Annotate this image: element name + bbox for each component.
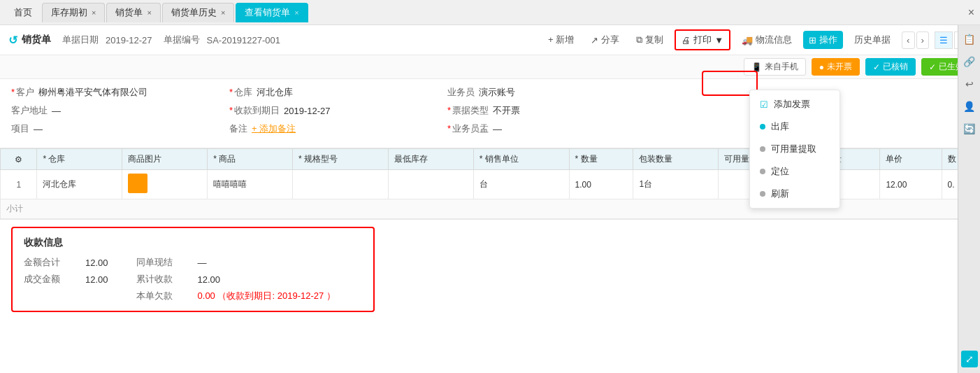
locate-label: 定位 — [771, 165, 789, 178]
available-qty-label: 可用量提取 — [771, 143, 816, 155]
staff-field: 业务员 演示账号 — [447, 86, 643, 99]
tab-sales-close[interactable]: × — [147, 8, 151, 17]
doc-header: ↺ 销货单 单据日期 2019-12-27 单据编号 SA-20191227-0… — [0, 25, 980, 55]
current-debt-row: 本单欠款 0.00 （收款到期日: 2019-12-27 ） — [136, 290, 336, 302]
th-warehouse: * 仓库 — [37, 149, 122, 170]
tab-bar: 首页 库存期初 × 销货单 × 销货单历史 × 查看销货单 × × — [0, 0, 980, 25]
current-debt-value: 0.00 （收款到期日: 2019-12-27 ） — [198, 290, 336, 302]
payment-col-left: 金额合计 12.00 成交金额 12.00 — [24, 256, 108, 302]
locate-item[interactable]: 定位 — [750, 160, 840, 183]
tab-bar-close-button[interactable]: × — [968, 6, 974, 19]
due-date-value: 2019-12-27 — [284, 106, 331, 116]
address-field: 客户地址 — — [11, 104, 207, 117]
add-invoice-icon: ☑ — [760, 99, 768, 110]
warehouse-value: 河北仓库 — [257, 86, 293, 99]
outbound-item[interactable]: 出库 — [750, 115, 840, 138]
tab-sales-history[interactable]: 销货单历史 × — [162, 3, 234, 22]
print-icon: 🖨 — [682, 35, 691, 45]
ticket-type-field: 票据类型 不开票 — [447, 104, 643, 117]
staff-label: 业务员 — [447, 86, 475, 99]
sidebar-link-icon[interactable]: 🔗 — [961, 53, 978, 70]
ticket-type-value: 不开票 — [493, 104, 520, 117]
same-order-settle-row: 同单现结 — — [136, 256, 336, 269]
doc-title: ↺ 销货单 — [8, 34, 51, 47]
address-label: 客户地址 — [11, 104, 48, 117]
sidebar-clipboard-icon[interactable]: 📋 — [961, 31, 978, 48]
logistics-button[interactable]: 🚚 物流信息 — [736, 31, 798, 49]
payment-info: 收款信息 金额合计 12.00 成交金额 12.00 — [11, 227, 375, 312]
new-button[interactable]: + 新增 — [542, 31, 579, 49]
verified-button[interactable]: ✓ 已核销 — [865, 58, 916, 76]
uninvoiced-button[interactable]: ● 未开票 — [812, 58, 860, 76]
copy-icon: ⧉ — [636, 34, 642, 45]
sidebar-return-icon[interactable]: ↩ — [961, 76, 978, 92]
view-list-button[interactable]: ☰ — [935, 31, 953, 49]
th-product-img: 商品图片 — [122, 149, 208, 170]
tab-view-sales[interactable]: 查看销货单 × — [236, 3, 308, 22]
bottom-area: 收款信息 金额合计 12.00 成交金额 12.00 — [0, 220, 980, 319]
invoice-icon: ● — [819, 62, 824, 72]
staff-value: 演示账号 — [479, 86, 515, 99]
outbound-label: 出库 — [771, 120, 789, 133]
remark-field: 备注 + 添加备注 — [229, 122, 425, 135]
address-value: — — [52, 106, 61, 116]
add-remark-button[interactable]: + 添加备注 — [252, 122, 296, 135]
available-qty-icon — [760, 146, 765, 152]
nav-prev-button[interactable]: ‹ — [902, 31, 914, 49]
add-invoice-label: 添加发票 — [774, 98, 810, 111]
customer-field: 客户 柳州粤港平安气体有限公司 — [11, 86, 207, 99]
payment-info-title: 收款信息 — [24, 237, 362, 249]
action-bar: 📱 来自手机 ● 未开票 ✓ 已核销 ✓ 已生效 — [0, 55, 980, 79]
salesperson-label: 业务员盂 — [447, 122, 489, 135]
th-product: * 商品 — [208, 149, 293, 170]
customer-value: 柳州粤港平安气体有限公司 — [38, 86, 147, 99]
refresh-item[interactable]: 刷新 — [750, 183, 840, 205]
cell-product-img — [122, 170, 208, 199]
copy-button[interactable]: ⧉ 复制 — [630, 31, 669, 49]
ticket-type-label: 票据类型 — [447, 104, 489, 117]
tab-sales-order[interactable]: 销货单 × — [106, 3, 160, 22]
share-icon: ↗ — [591, 35, 598, 45]
history-button[interactable]: 历史单据 — [849, 31, 896, 49]
share-button[interactable]: ↗ 分享 — [585, 31, 625, 49]
tab-view-close[interactable]: × — [294, 8, 298, 17]
cell-quantity: 1.00 — [569, 170, 633, 199]
product-image — [128, 174, 147, 193]
th-spec: * 规格型号 — [292, 149, 388, 170]
sidebar-user-icon[interactable]: 👤 — [961, 98, 978, 115]
th-gear: ⚙ — [1, 149, 37, 170]
nav-next-button[interactable]: › — [916, 31, 929, 49]
operations-icon: ⊞ — [809, 35, 816, 45]
th-quantity: * 数量 — [569, 149, 633, 170]
from-mobile-button[interactable]: 📱 来自手机 — [744, 58, 806, 76]
same-order-value: — — [198, 258, 207, 268]
cell-pack-qty: 1台 — [633, 170, 719, 199]
sidebar-refresh-icon[interactable]: 🔄 — [961, 120, 978, 137]
cumulative-value: 12.00 — [198, 274, 221, 285]
tab-home[interactable]: 首页 — [6, 3, 41, 22]
tab-history-label: 销货单历史 — [171, 6, 217, 19]
warehouse-field: 仓库 河北仓库 — [229, 86, 425, 99]
tab-inventory-close[interactable]: × — [92, 8, 96, 17]
tab-history-close[interactable]: × — [221, 8, 225, 17]
operations-button[interactable]: ⊞ 操作 — [803, 31, 843, 49]
tab-view-label: 查看销货单 — [245, 6, 290, 19]
logistics-icon: 🚚 — [742, 35, 753, 45]
available-qty-item[interactable]: 可用量提取 — [750, 138, 840, 160]
tab-inventory-init[interactable]: 库存期初 × — [42, 3, 105, 22]
cell-product: 嘻嘻嘻嘻 — [208, 170, 293, 199]
due-date-label: 收款到期日 — [229, 104, 280, 117]
sidebar-expand-icon[interactable]: ⤢ — [961, 351, 978, 367]
mobile-icon: 📱 — [751, 62, 762, 72]
cell-warehouse: 河北仓库 — [37, 170, 122, 199]
add-invoice-item[interactable]: ☑ 添加发票 — [750, 93, 840, 115]
cell-min-stock — [388, 170, 473, 199]
th-pack-qty: 包装数量 — [633, 149, 719, 170]
project-label: 项目 — [11, 122, 29, 135]
th-unit-price: 单价 — [880, 149, 942, 170]
doc-meta: 单据日期 2019-12-27 单据编号 SA-20191227-001 — [62, 34, 280, 46]
cell-index: 1 — [1, 170, 37, 199]
remark-label: 备注 — [229, 122, 247, 135]
warehouse-label: 仓库 — [229, 86, 252, 99]
print-button[interactable]: 🖨 打印 ▼ — [675, 29, 730, 50]
